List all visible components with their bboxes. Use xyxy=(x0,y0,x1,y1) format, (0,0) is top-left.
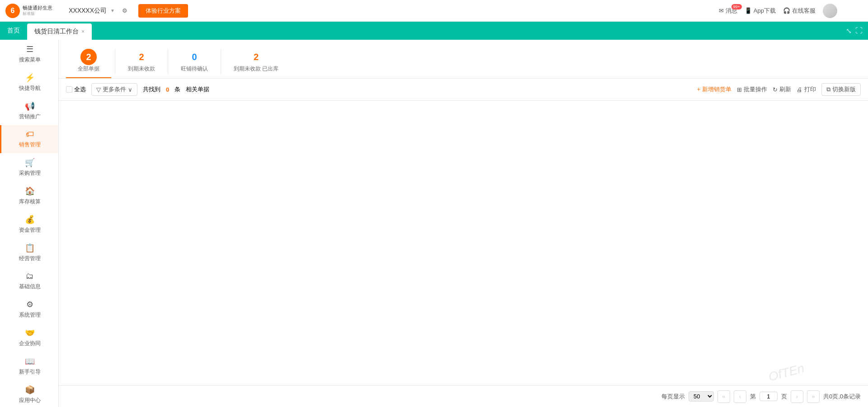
add-sale-order-button[interactable]: + 新增销货单 xyxy=(697,85,731,94)
sidebar-item-6[interactable]: 💰资金管理 xyxy=(0,210,58,239)
tab-home[interactable]: 首页 xyxy=(0,22,27,40)
select-all-checkbox[interactable]: 全选 xyxy=(66,85,86,94)
checkbox-box[interactable] xyxy=(66,86,72,93)
app-name-text: 畅捷通好生意 标准版 xyxy=(23,5,52,17)
refresh-button[interactable]: ↻ 刷新 xyxy=(773,85,791,94)
sidebar-item-5[interactable]: 🏠库存核算 xyxy=(0,182,58,210)
top-header: 6 畅捷通好生意 标准版 XXXXXX公司 ▼ ⚙ 体验行业方案 ✉ 消息 99… xyxy=(0,0,868,22)
stats-tabs: 2全部单据2到期未收款0旺铺待确认2到期未收款 已出库 xyxy=(59,40,868,79)
message-icon: ✉ xyxy=(719,7,724,14)
tab-home-label: 首页 xyxy=(7,27,20,35)
sidebar: ☰搜索菜单⚡快捷导航📢营销推广🏷销售管理🛒采购管理🏠库存核算💰资金管理📋经营管理… xyxy=(0,40,59,407)
sidebar-label-1: 快捷导航 xyxy=(19,84,41,92)
app-name: 畅捷通好生意 xyxy=(23,5,52,11)
sidebar-icon-9: ⚙ xyxy=(26,299,33,309)
filter-dropdown-icon: ∨ xyxy=(128,86,132,93)
company-dropdown-arrow[interactable]: ▼ xyxy=(110,8,115,13)
print-label: 打印 xyxy=(804,85,816,94)
sidebar-label-5: 库存核算 xyxy=(19,198,41,206)
sidebar-item-10[interactable]: 🤝企业协同 xyxy=(0,323,58,352)
sidebar-label-7: 经营管理 xyxy=(19,255,41,262)
online-service-item[interactable]: 🎧 在线客服 xyxy=(783,7,816,15)
sidebar-icon-2: 📢 xyxy=(25,101,35,111)
tab-close-icon[interactable]: × xyxy=(81,28,85,35)
sidebar-item-12[interactable]: 📦应用中心 xyxy=(0,380,58,407)
company-selector: XXXXXX公司 ▼ ⚙ 体验行业方案 xyxy=(64,4,719,18)
sidebar-item-0[interactable]: ☰搜索菜单 xyxy=(0,40,58,68)
content-area: 2全部单据2到期未收款0旺铺待确认2到期未收款 已出库 全选 ▽ 更多条件 ∨ … xyxy=(59,40,868,407)
stat-number-1: 2 xyxy=(133,49,150,65)
refresh-icon: ↻ xyxy=(773,86,778,93)
sidebar-icon-12: 📦 xyxy=(25,385,35,395)
page-first-button[interactable]: « xyxy=(717,390,730,403)
sidebar-label-2: 营销推广 xyxy=(19,113,41,121)
switch-new-version-button[interactable]: ⧉ 切换新版 xyxy=(821,83,861,96)
switch-icon: ⧉ xyxy=(826,86,830,93)
stat-tab-1[interactable]: 2到期未收款 xyxy=(119,45,164,78)
sidebar-icon-11: 📖 xyxy=(25,356,35,366)
sidebar-item-8[interactable]: 🗂基础信息 xyxy=(0,267,58,295)
found-prefix: 共找到 xyxy=(143,85,160,94)
sidebar-item-4[interactable]: 🛒采购管理 xyxy=(0,153,58,182)
stat-label-2: 旺铺待确认 xyxy=(181,65,208,73)
sidebar-label-6: 资金管理 xyxy=(19,226,41,234)
sidebar-icon-10: 🤝 xyxy=(25,328,35,338)
app-logo-icon: 6 xyxy=(5,4,20,18)
page-prev-button[interactable]: ‹ xyxy=(734,390,746,403)
sidebar-label-10: 企业协同 xyxy=(19,340,41,347)
stat-tab-2[interactable]: 0旺铺待确认 xyxy=(172,45,217,78)
message-item[interactable]: ✉ 消息 99+ xyxy=(719,7,737,15)
print-icon: 🖨 xyxy=(797,86,802,93)
header-right: ✉ 消息 99+ 📱 App下载 🎧 在线客服 xyxy=(719,4,863,18)
filter-right-actions: + 新增销货单 ⊞ 批量操作 ↻ 刷新 🖨 打印 ⧉ 切换新版 xyxy=(697,83,861,96)
message-badge: 99+ xyxy=(731,4,742,9)
tab-fullscreen-icon[interactable]: ⛶ xyxy=(855,27,863,35)
more-filter-button[interactable]: ▽ 更多条件 ∨ xyxy=(91,83,137,96)
page-total: 共0页,0条记录 xyxy=(823,393,861,401)
sidebar-icon-0: ☰ xyxy=(26,44,33,54)
app-sub: 标准版 xyxy=(23,11,52,17)
sidebar-label-3: 销售管理 xyxy=(19,141,41,149)
select-all-label: 全选 xyxy=(74,85,86,94)
online-service-label: 在线客服 xyxy=(792,7,816,15)
try-industry-button[interactable]: 体验行业方案 xyxy=(138,4,188,18)
found-count: 0 xyxy=(166,86,169,93)
batch-operation-button[interactable]: ⊞ 批量操作 xyxy=(737,85,767,94)
page-size-label: 每页显示 xyxy=(661,393,685,401)
stat-tab-0[interactable]: 2全部单据 xyxy=(66,45,111,78)
filter-icon: ▽ xyxy=(96,86,101,93)
page-next-button[interactable]: › xyxy=(791,390,803,403)
print-button[interactable]: 🖨 打印 xyxy=(797,85,816,94)
page-last-button[interactable]: » xyxy=(807,390,820,403)
app-download-item[interactable]: 📱 App下载 xyxy=(745,7,776,15)
app-download-label: App下载 xyxy=(754,7,776,15)
found-unit: 条 xyxy=(175,85,180,94)
sidebar-item-9[interactable]: ⚙系统管理 xyxy=(0,295,58,323)
tab-minimize-icon[interactable]: ⤡ xyxy=(846,27,852,35)
company-name[interactable]: XXXXXX公司 xyxy=(69,7,107,15)
sidebar-label-8: 基础信息 xyxy=(19,283,41,290)
stat-number-2: 0 xyxy=(186,49,203,65)
stat-divider-0 xyxy=(115,49,115,75)
sidebar-item-1[interactable]: ⚡快捷导航 xyxy=(0,68,58,97)
tab-work-bench-label: 钱货日清工作台 xyxy=(34,28,79,36)
sidebar-icon-3: 🏷 xyxy=(26,130,34,139)
tab-bar: 首页 钱货日清工作台 × ⤡ ⛶ xyxy=(0,22,868,40)
sidebar-item-11[interactable]: 📖新手引导 xyxy=(0,352,58,380)
sidebar-icon-7: 📋 xyxy=(25,243,35,253)
main-layout: ☰搜索菜单⚡快捷导航📢营销推广🏷销售管理🛒采购管理🏠库存核算💰资金管理📋经营管理… xyxy=(0,40,868,407)
pagination-bar: 每页显示 50 100 200 « ‹ 第 1 页 › » 共0页,0条记录 xyxy=(59,385,868,407)
sidebar-item-2[interactable]: 📢营销推广 xyxy=(0,97,58,125)
logo-area: 6 畅捷通好生意 标准版 xyxy=(5,4,64,18)
page-size-select[interactable]: 50 100 200 xyxy=(689,391,714,402)
page-number-input[interactable]: 1 xyxy=(760,392,778,401)
tab-work-bench[interactable]: 钱货日清工作台 × xyxy=(27,23,92,40)
sidebar-item-3[interactable]: 🏷销售管理 xyxy=(0,125,58,153)
settings-icon[interactable]: ⚙ xyxy=(118,5,131,17)
filter-bar: 全选 ▽ 更多条件 ∨ 共找到 0 条 相关单据 + 新增销货单 ⊞ 批量操作 … xyxy=(59,79,868,101)
headset-icon: 🎧 xyxy=(783,7,790,14)
stat-tab-3[interactable]: 2到期未收款 已出库 xyxy=(225,45,288,78)
sidebar-label-12: 应用中心 xyxy=(19,397,41,404)
user-avatar[interactable] xyxy=(823,4,837,18)
sidebar-item-7[interactable]: 📋经营管理 xyxy=(0,239,58,267)
